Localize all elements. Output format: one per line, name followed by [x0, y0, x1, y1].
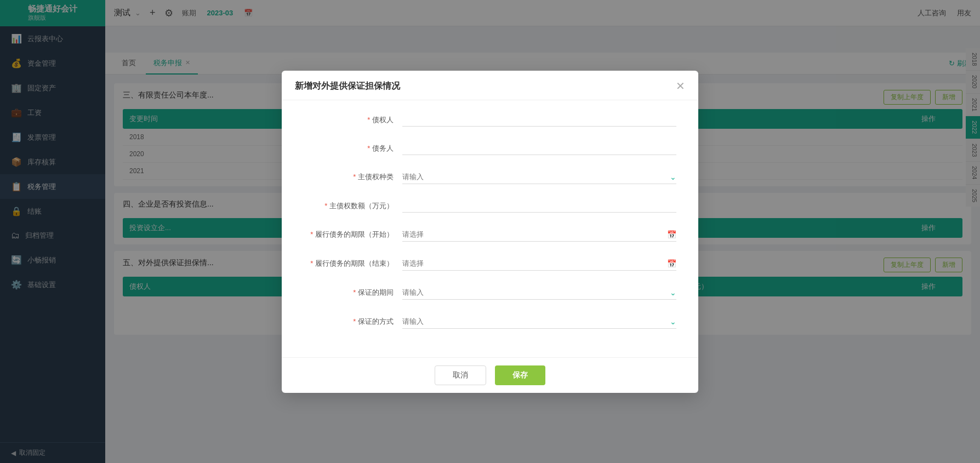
modal-close-button[interactable]: ✕: [676, 81, 685, 92]
label-text: 履行债务的期限（结束）: [315, 259, 394, 267]
label-text: 保证的期间: [358, 288, 394, 296]
cancel-button[interactable]: 取消: [435, 365, 486, 385]
guarantee-period-input[interactable]: [402, 288, 670, 296]
form-row-claim-amount: * 主债权数额（万元）: [304, 199, 676, 213]
form-label-guarantee-period: * 保证的期间: [304, 288, 402, 298]
period-start-input[interactable]: [402, 230, 667, 238]
form-row-period-end: * 履行债务的期限（结束） 📅: [304, 257, 676, 271]
claim-type-select-wrap: ⌄: [402, 170, 676, 184]
guarantee-method-input[interactable]: [402, 317, 670, 325]
label-text: 主债权数额（万元）: [329, 202, 394, 210]
period-end-wrap: 📅: [402, 257, 676, 271]
creditor-input[interactable]: [402, 113, 676, 127]
claim-type-input[interactable]: [402, 173, 670, 181]
label-text: 债务人: [372, 144, 394, 152]
form-label-debtor: * 债务人: [304, 144, 402, 153]
label-text: 债权人: [372, 116, 394, 124]
guarantee-period-arrow-icon[interactable]: ⌄: [670, 288, 676, 297]
label-text: 主债权种类: [358, 173, 394, 181]
form-row-claim-type: * 主债权种类 ⌄: [304, 170, 676, 184]
modal-dialog: 新增对外提供保证担保情况 ✕ * 债权人 * 债务人: [282, 71, 698, 393]
label-text: 保证的方式: [358, 317, 394, 325]
period-start-calendar-icon[interactable]: 📅: [667, 230, 676, 239]
form-row-debtor: * 债务人: [304, 142, 676, 155]
required-mark: *: [353, 173, 356, 181]
required-mark: *: [367, 144, 370, 152]
form-label-guarantee-method: * 保证的方式: [304, 317, 402, 327]
form-label-period-end: * 履行债务的期限（结束）: [304, 259, 402, 268]
modal-header: 新增对外提供保证担保情况 ✕: [282, 71, 698, 100]
required-mark: *: [310, 230, 313, 238]
form-label-period-start: * 履行债务的期限（开始）: [304, 230, 402, 239]
modal-overlay: 新增对外提供保证担保情况 ✕ * 债权人 * 债务人: [0, 0, 980, 463]
modal-body: * 债权人 * 债务人 * 主债权种类: [282, 100, 698, 357]
period-end-input[interactable]: [402, 259, 667, 267]
guarantee-method-arrow-icon[interactable]: ⌄: [670, 317, 676, 326]
label-text: 履行债务的期限（开始）: [315, 230, 394, 238]
form-label-creditor: * 债权人: [304, 115, 402, 125]
form-row-guarantee-period: * 保证的期间 ⌄: [304, 286, 676, 300]
save-button[interactable]: 保存: [495, 365, 545, 385]
required-mark: *: [367, 116, 370, 124]
claim-type-arrow-icon[interactable]: ⌄: [670, 173, 676, 181]
modal-footer: 取消 保存: [282, 357, 698, 393]
required-mark: *: [353, 317, 356, 325]
debtor-input[interactable]: [402, 142, 676, 155]
guarantee-method-select-wrap: ⌄: [402, 315, 676, 329]
period-end-calendar-icon[interactable]: 📅: [667, 259, 676, 268]
required-mark: *: [310, 259, 313, 267]
form-row-period-start: * 履行债务的期限（开始） 📅: [304, 228, 676, 242]
modal-title: 新增对外提供保证担保情况: [295, 81, 400, 92]
form-row-guarantee-method: * 保证的方式 ⌄: [304, 315, 676, 329]
guarantee-period-select-wrap: ⌄: [402, 286, 676, 300]
form-label-claim-type: * 主债权种类: [304, 172, 402, 182]
required-mark: *: [353, 288, 356, 296]
required-mark: *: [324, 202, 327, 210]
period-start-wrap: 📅: [402, 228, 676, 242]
claim-amount-input[interactable]: [402, 199, 676, 213]
form-label-claim-amount: * 主债权数额（万元）: [304, 201, 402, 211]
form-row-creditor: * 债权人: [304, 113, 676, 127]
